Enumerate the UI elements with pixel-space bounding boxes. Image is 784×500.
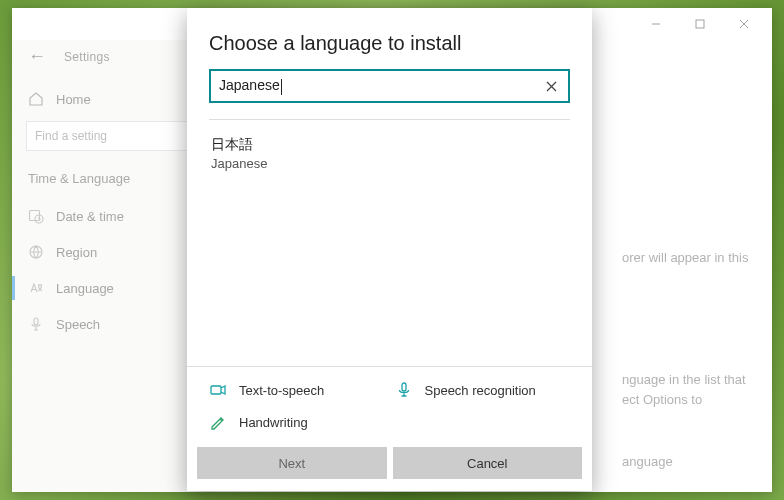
language-search-field[interactable]: Japanese bbox=[209, 69, 570, 103]
language-result-item[interactable]: 日本語 Japanese bbox=[209, 130, 570, 177]
dialog-title: Choose a language to install bbox=[209, 32, 570, 55]
feature-label: Text-to-speech bbox=[239, 383, 324, 398]
next-button[interactable]: Next bbox=[197, 447, 387, 479]
tts-icon bbox=[209, 381, 227, 399]
choose-language-dialog: Choose a language to install Japanese 日本… bbox=[187, 8, 592, 491]
svg-rect-14 bbox=[402, 383, 406, 391]
feature-legend: Text-to-speech Speech recognition Handwr… bbox=[187, 366, 592, 441]
svg-rect-13 bbox=[211, 386, 221, 394]
feature-speech-recognition: Speech recognition bbox=[395, 381, 571, 399]
text-cursor bbox=[281, 79, 282, 95]
feature-label: Handwriting bbox=[239, 415, 308, 430]
result-native-name: 日本語 bbox=[211, 136, 568, 154]
clear-search-button[interactable] bbox=[542, 77, 560, 95]
handwriting-icon bbox=[209, 413, 227, 431]
feature-label: Speech recognition bbox=[425, 383, 536, 398]
feature-tts: Text-to-speech bbox=[209, 381, 385, 399]
feature-handwriting: Handwriting bbox=[209, 413, 385, 431]
result-localized-name: Japanese bbox=[211, 156, 568, 171]
microphone-icon bbox=[395, 381, 413, 399]
search-input-text: Japanese bbox=[219, 77, 534, 94]
cancel-button[interactable]: Cancel bbox=[393, 447, 583, 479]
